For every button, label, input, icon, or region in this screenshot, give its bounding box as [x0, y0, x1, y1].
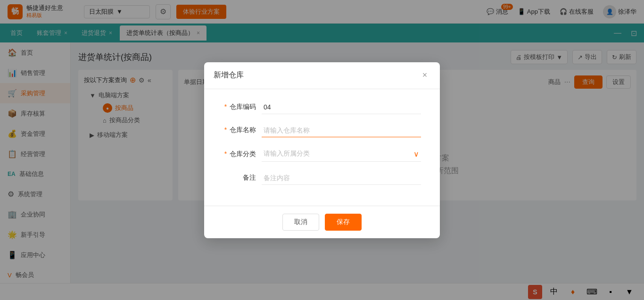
form-row-name: * 仓库名称 [223, 124, 421, 137]
cancel-button[interactable]: 取消 [282, 214, 319, 231]
modal-overlay: 新增仓库 × * 仓库编码 * 仓库名称 [0, 0, 644, 300]
note-input[interactable] [262, 171, 421, 185]
name-input[interactable] [262, 124, 421, 137]
form-row-note: 备注 [223, 171, 421, 185]
modal-body: * 仓库编码 * 仓库名称 * 仓库分类 请输入所属 [204, 89, 440, 206]
code-input[interactable] [262, 100, 421, 114]
form-row-category: * 仓库分类 请输入所属分类 ∨ [223, 147, 421, 162]
modal-close-button[interactable]: × [419, 70, 430, 81]
modal-title: 新增仓库 [214, 70, 244, 80]
category-placeholder: 请输入所属分类 [264, 150, 310, 158]
category-label: * 仓库分类 [223, 150, 256, 158]
required-star-name: * [224, 126, 227, 133]
required-star-code: * [224, 103, 227, 110]
form-row-code: * 仓库编码 [223, 100, 421, 114]
category-dropdown-icon: ∨ [413, 150, 419, 158]
name-label: * 仓库名称 [223, 126, 256, 134]
category-select[interactable]: 请输入所属分类 ∨ [262, 147, 421, 162]
required-star-category: * [224, 150, 227, 158]
save-button[interactable]: 保存 [325, 214, 362, 231]
note-label: 备注 [223, 174, 256, 182]
code-label: * 仓库编码 [223, 103, 256, 111]
modal-dialog: 新增仓库 × * 仓库编码 * 仓库名称 [204, 62, 440, 238]
modal-header: 新增仓库 × [204, 62, 440, 89]
modal-footer: 取消 保存 [204, 206, 440, 238]
